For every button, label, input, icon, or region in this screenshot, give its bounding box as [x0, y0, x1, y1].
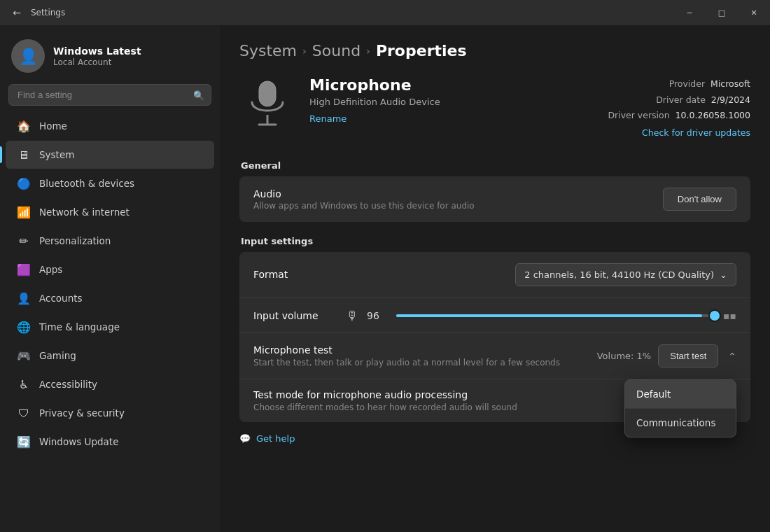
- nav-container: 🏠Home🖥System🔵Bluetooth & devices📶Network…: [0, 111, 220, 456]
- app-layout: 👤 Windows Latest Local Account 🔍 🏠Home🖥S…: [0, 25, 770, 532]
- accessibility-icon: ♿: [17, 377, 31, 391]
- audio-title: Audio: [253, 188, 475, 200]
- mode-option-communications[interactable]: Communications: [625, 409, 736, 437]
- titlebar: ← Settings ─ □ ✕: [0, 0, 770, 25]
- general-section-title: General: [239, 160, 750, 171]
- titlebar-controls: ─ □ ✕: [673, 0, 770, 25]
- volume-row: Input volume 🎙 96 ▪▪: [239, 298, 750, 332]
- search-icon: 🔍: [193, 90, 204, 100]
- close-button[interactable]: ✕: [738, 0, 770, 25]
- audio-action: Don't allow: [663, 188, 736, 211]
- sidebar-item-windows-update[interactable]: 🔄Windows Update: [6, 428, 214, 456]
- get-help-label: Get help: [256, 433, 295, 444]
- mode-dropdown: Default Communications: [624, 379, 736, 438]
- windows-update-icon: 🔄: [17, 435, 31, 449]
- mic-test-expand-icon[interactable]: ⌃: [728, 351, 736, 362]
- driver-info: Provider Microsoft Driver date 2/9/2024 …: [608, 76, 750, 141]
- volume-label: Input volume: [253, 310, 337, 321]
- provider-value: Microsoft: [710, 76, 750, 92]
- format-chevron-icon: ⌄: [720, 270, 727, 280]
- svg-rect-0: [259, 81, 276, 106]
- back-button[interactable]: ←: [8, 4, 25, 21]
- avatar: 👤: [11, 39, 45, 73]
- titlebar-title: Settings: [31, 8, 65, 18]
- test-mode-label: Test mode for microphone audio processin…: [253, 389, 517, 400]
- user-type: Local Account: [53, 57, 141, 67]
- sidebar-item-label-home: Home: [39, 120, 67, 132]
- sidebar-item-privacy[interactable]: 🛡Privacy & security: [6, 399, 214, 427]
- sidebar-item-accessibility[interactable]: ♿Accessibility: [6, 370, 214, 398]
- mic-test-section: Microphone test Start the test, then tal…: [239, 332, 750, 422]
- sidebar-item-personalization[interactable]: ✏️Personalization: [6, 227, 214, 255]
- sidebar-item-network[interactable]: 📶Network & internet: [6, 198, 214, 226]
- format-dropdown-wrap: 2 channels, 16 bit, 44100 Hz (CD Quality…: [515, 263, 736, 286]
- format-selected: 2 channels, 16 bit, 44100 Hz (CD Quality…: [524, 270, 714, 280]
- personalization-icon: ✏️: [17, 234, 31, 248]
- mic-test-info: Microphone test Start the test, then tal…: [253, 344, 560, 368]
- mic-volume-pct: Volume: 1%: [597, 351, 652, 361]
- driver-date-row: Driver date 2/9/2024: [608, 92, 750, 108]
- sidebar-item-label-bluetooth: Bluetooth & devices: [39, 178, 134, 189]
- dont-allow-button[interactable]: Don't allow: [663, 188, 736, 211]
- audio-label: Audio Allow apps and Windows to use this…: [253, 188, 475, 211]
- gaming-icon: 🎮: [17, 349, 31, 363]
- format-dropdown[interactable]: 2 channels, 16 bit, 44100 Hz (CD Quality…: [515, 263, 736, 286]
- sidebar-item-time[interactable]: 🌐Time & language: [6, 313, 214, 341]
- sidebar: 👤 Windows Latest Local Account 🔍 🏠Home🖥S…: [0, 25, 220, 532]
- sidebar-item-home[interactable]: 🏠Home: [6, 112, 214, 140]
- breadcrumb-chevron-1: ›: [302, 46, 307, 57]
- volume-number: 96: [367, 310, 388, 321]
- input-settings-title: Input settings: [239, 236, 750, 246]
- test-mode-info: Test mode for microphone audio processin…: [253, 389, 517, 412]
- maximize-button[interactable]: □: [706, 0, 738, 25]
- sidebar-item-label-apps: Apps: [39, 264, 62, 275]
- driver-provider-row: Provider Microsoft: [608, 76, 750, 92]
- mic-test-label: Microphone test: [253, 344, 560, 356]
- breadcrumb-system[interactable]: System: [239, 42, 297, 59]
- mode-option-default[interactable]: Default: [625, 380, 736, 408]
- time-icon: 🌐: [17, 320, 31, 334]
- audio-card: Audio Allow apps and Windows to use this…: [239, 176, 750, 222]
- sidebar-item-label-network: Network & internet: [39, 206, 130, 218]
- date-value: 2/9/2024: [711, 92, 750, 108]
- sidebar-item-gaming[interactable]: 🎮Gaming: [6, 342, 214, 370]
- rename-link[interactable]: Rename: [309, 113, 346, 124]
- user-section: 👤 Windows Latest Local Account: [0, 31, 220, 84]
- driver-update-link[interactable]: Check for driver updates: [608, 125, 750, 141]
- sidebar-item-label-privacy: Privacy & security: [39, 407, 125, 419]
- driver-version-row: Driver version 10.0.26058.1000: [608, 108, 750, 124]
- breadcrumb: System › Sound › Properties: [239, 42, 750, 59]
- content-area: System › Sound › Properties Microphone H…: [220, 25, 770, 532]
- start-test-button[interactable]: Start test: [658, 344, 718, 368]
- device-subtitle: High Definition Audio Device: [309, 97, 440, 107]
- search-input[interactable]: [8, 84, 211, 106]
- microphone-icon: [239, 76, 295, 132]
- device-name: Microphone: [309, 76, 440, 94]
- get-help-icon: 💬: [239, 433, 251, 444]
- sidebar-item-bluetooth[interactable]: 🔵Bluetooth & devices: [6, 169, 214, 197]
- sidebar-item-label-windows-update: Windows Update: [39, 436, 118, 447]
- minimize-button[interactable]: ─: [673, 0, 706, 25]
- sidebar-item-label-gaming: Gaming: [39, 350, 76, 361]
- breadcrumb-sound[interactable]: Sound: [312, 42, 360, 59]
- mic-test-row: Microphone test Start the test, then tal…: [239, 333, 750, 379]
- version-label: Driver version: [608, 108, 669, 124]
- volume-end-icon: ▪▪: [723, 310, 736, 321]
- bluetooth-icon: 🔵: [17, 176, 31, 190]
- sidebar-item-system[interactable]: 🖥System: [6, 141, 214, 169]
- user-name: Windows Latest: [53, 45, 141, 57]
- volume-fill: [396, 314, 702, 317]
- sidebar-item-label-accessibility: Accessibility: [39, 379, 97, 390]
- mic-volume-icon: 🎙: [346, 308, 358, 323]
- sidebar-item-accounts[interactable]: 👤Accounts: [6, 284, 214, 312]
- device-header: Microphone High Definition Audio Device …: [239, 76, 750, 141]
- format-title: Format: [253, 269, 288, 280]
- provider-label: Provider: [669, 76, 705, 92]
- search-box: 🔍: [8, 84, 211, 106]
- accounts-icon: 👤: [17, 291, 31, 305]
- network-icon: 📶: [17, 205, 31, 219]
- audio-row: Audio Allow apps and Windows to use this…: [239, 176, 750, 222]
- volume-slider[interactable]: [396, 314, 715, 317]
- sidebar-item-label-accounts: Accounts: [39, 293, 83, 304]
- sidebar-item-apps[interactable]: 🟪Apps: [6, 255, 214, 284]
